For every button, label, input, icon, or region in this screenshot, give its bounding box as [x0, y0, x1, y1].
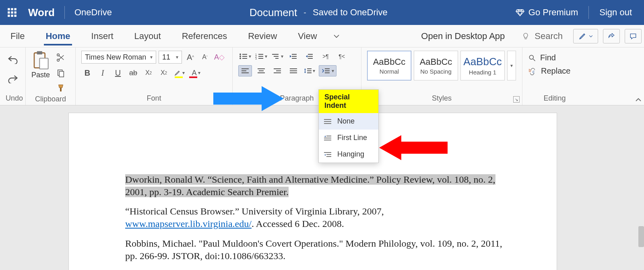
paragraph-2[interactable]: “Historical Census Browser.” University … — [125, 205, 504, 230]
paragraph-1[interactable]: Dworkin, Ronald W. “Science, Faith and A… — [125, 173, 504, 198]
dropdown-label: First Line — [337, 134, 367, 142]
comments-button[interactable] — [625, 29, 642, 43]
group-styles: AaBbCc Normal AaBbCc No Spacing AaBbCc H… — [361, 47, 522, 105]
subscript-button[interactable]: X2 — [142, 67, 155, 79]
annotation-arrow-red — [379, 135, 448, 160]
special-indent-button[interactable]: ▾ — [319, 65, 336, 76]
svg-rect-44 — [274, 68, 281, 69]
line-spacing-button[interactable]: ▾ — [303, 65, 316, 76]
style-normal[interactable]: AaBbCc Normal — [367, 51, 411, 80]
align-center-button[interactable] — [254, 65, 268, 76]
paragraph-3[interactable]: Robbins, Michael. "Paul Muldoon's Covert… — [125, 237, 504, 262]
tab-home[interactable]: Home — [35, 25, 80, 47]
svg-rect-49 — [290, 72, 297, 73]
increase-indent-button[interactable] — [303, 51, 316, 62]
editing-mode-button[interactable] — [573, 29, 598, 43]
tabs-overflow[interactable] — [328, 25, 345, 47]
scrollbar-thumb[interactable] — [638, 226, 644, 247]
dropdown-item-hanging[interactable]: Hanging — [319, 146, 378, 163]
hyperlink[interactable]: www.mapserver.lib.virginia.edu/ — [125, 218, 252, 229]
group-label-undo: Undo — [6, 93, 20, 103]
dropdown-item-none[interactable]: None — [319, 113, 378, 130]
text: “Historical Census Browser.” University … — [125, 206, 384, 216]
svg-rect-37 — [308, 58, 313, 59]
grow-font-button[interactable]: A^ — [184, 51, 196, 63]
decrease-indent-button[interactable] — [287, 51, 300, 62]
svg-point-12 — [57, 54, 60, 56]
svg-rect-26 — [258, 56, 263, 57]
svg-rect-18 — [242, 54, 247, 55]
clear-formatting-button[interactable]: A◇ — [213, 51, 225, 63]
svg-rect-1 — [11, 8, 13, 10]
svg-point-58 — [529, 55, 533, 59]
indent-none-icon — [324, 118, 332, 125]
undo-icon — [7, 54, 19, 64]
special-indent-dropdown: Special Indent None First Line Hanging — [318, 89, 379, 163]
replace-button[interactable]: bc Replace — [528, 66, 581, 76]
svg-rect-42 — [259, 70, 264, 71]
ltr-button[interactable]: >¶ — [319, 51, 332, 62]
redo-button[interactable] — [7, 72, 19, 85]
style-sample: AaBbCc — [373, 57, 406, 67]
open-in-desktop-button[interactable]: Open in Desktop App — [412, 25, 514, 47]
tab-review[interactable]: Review — [237, 25, 287, 47]
bold-button[interactable]: B — [81, 67, 93, 79]
justify-button[interactable] — [287, 65, 300, 76]
dropdown-item-first-line[interactable]: First Line — [319, 130, 378, 146]
group-undo: Undo — [0, 47, 26, 105]
search-icon — [528, 54, 536, 62]
justify-icon — [290, 68, 297, 74]
tab-view[interactable]: View — [287, 25, 327, 47]
lightbulb-icon — [522, 32, 530, 40]
go-premium-button[interactable]: Go Premium — [516, 7, 578, 18]
undo-button[interactable] — [7, 53, 19, 65]
style-no-spacing[interactable]: AaBbCc No Spacing — [414, 51, 458, 80]
font-name-combo[interactable]: Times New Roman ▾ — [81, 51, 156, 64]
svg-rect-38 — [242, 68, 249, 69]
bullets-icon — [239, 53, 248, 60]
chevron-down-icon — [589, 34, 593, 38]
bullets-button[interactable]: ▾ — [238, 51, 252, 62]
align-right-button[interactable] — [270, 65, 284, 76]
svg-rect-11 — [39, 58, 48, 69]
multilevel-list-button[interactable]: ▾ — [270, 51, 284, 62]
shrink-font-button[interactable]: Aˇ — [199, 51, 211, 63]
tab-layout[interactable]: Layout — [124, 25, 171, 47]
search-box[interactable]: Search — [514, 25, 571, 47]
scissors-icon — [56, 53, 65, 62]
app-launcher-icon[interactable] — [0, 0, 24, 25]
align-right-icon — [274, 68, 281, 74]
tab-file[interactable]: File — [0, 25, 35, 47]
numbering-button[interactable]: 123▾ — [254, 51, 268, 62]
style-heading1[interactable]: AaBbCc Heading 1 — [460, 51, 505, 80]
superscript-button[interactable]: X2 — [158, 67, 170, 79]
format-painter-button[interactable] — [55, 82, 67, 94]
font-size-combo[interactable]: 11 ▾ — [159, 51, 182, 64]
italic-button[interactable]: I — [97, 67, 109, 79]
styles-dialog-launcher[interactable]: ↘ — [513, 96, 520, 103]
cut-button[interactable] — [55, 52, 67, 64]
search-placeholder: Search — [535, 31, 563, 41]
copy-button[interactable] — [55, 67, 67, 79]
svg-rect-2 — [14, 8, 16, 10]
share-button[interactable] — [603, 29, 620, 43]
sign-out-link[interactable]: Sign out — [599, 7, 632, 18]
paste-button[interactable]: Paste — [31, 51, 50, 79]
go-premium-label: Go Premium — [528, 7, 578, 18]
multilevel-icon — [271, 53, 280, 60]
find-button[interactable]: Find — [528, 53, 581, 62]
strikethrough-button[interactable]: ab — [127, 67, 139, 79]
page[interactable]: Dworkin, Ronald W. “Science, Faith and A… — [68, 113, 557, 270]
tab-references[interactable]: References — [171, 25, 238, 47]
document-title[interactable]: Document — [250, 6, 297, 19]
tab-insert[interactable]: Insert — [81, 25, 124, 47]
location-breadcrumb[interactable]: OneDrive — [65, 7, 122, 18]
replace-icon: bc — [528, 67, 537, 75]
styles-gallery-more[interactable]: ▾ — [507, 51, 516, 80]
align-left-button[interactable] — [238, 65, 252, 76]
collapse-ribbon-button[interactable] — [633, 47, 644, 105]
underline-button[interactable]: U — [112, 67, 124, 79]
rtl-button[interactable]: ¶< — [335, 51, 349, 62]
svg-rect-22 — [242, 58, 247, 59]
svg-rect-57 — [325, 72, 330, 73]
